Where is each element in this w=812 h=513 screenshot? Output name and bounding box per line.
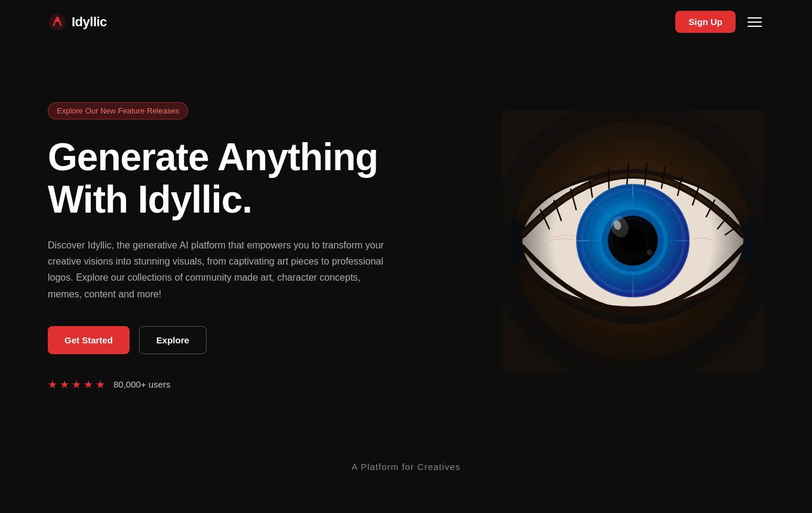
hero-content: Explore Our New Feature Releases Generat… <box>48 90 442 391</box>
menu-line-2 <box>748 21 762 23</box>
hero-buttons: Get Started Explore <box>48 326 442 354</box>
navbar: Idyllic Sign Up <box>0 0 812 44</box>
star-rating: ★ ★ ★ ★ ★ <box>48 378 105 391</box>
hero-description: Discover Idyllic, the generative AI plat… <box>48 237 394 302</box>
logo[interactable]: Idyllic <box>48 13 107 32</box>
menu-button[interactable] <box>745 15 764 29</box>
star-3: ★ <box>72 378 81 391</box>
menu-line-3 <box>748 26 762 27</box>
bottom-tagline: A Platform for Creatives <box>0 450 812 484</box>
star-5: ★ <box>96 378 105 391</box>
hero-title-line2: With Idyllic. <box>48 178 252 221</box>
eye-illustration <box>502 109 764 372</box>
signup-button[interactable]: Sign Up <box>675 11 736 33</box>
feature-badge[interactable]: Explore Our New Feature Releases <box>48 102 188 119</box>
star-2: ★ <box>60 378 69 391</box>
idyllic-logo-icon <box>48 13 67 32</box>
svg-point-1 <box>56 19 59 22</box>
tagline-text: A Platform for Creatives <box>352 462 460 472</box>
menu-line-1 <box>748 17 762 19</box>
hero-title-line1: Generate Anything <box>48 136 378 179</box>
svg-rect-44 <box>502 109 764 372</box>
user-count: 80,000+ users <box>113 379 171 389</box>
explore-button[interactable]: Explore <box>139 326 207 354</box>
star-1: ★ <box>48 378 57 391</box>
hero-image <box>502 109 764 372</box>
get-started-button[interactable]: Get Started <box>48 326 130 354</box>
nav-actions: Sign Up <box>675 11 764 33</box>
social-proof: ★ ★ ★ ★ ★ 80,000+ users <box>48 378 442 391</box>
logo-text: Idyllic <box>72 14 107 30</box>
hero-section: Explore Our New Feature Releases Generat… <box>0 44 812 450</box>
star-4: ★ <box>84 378 93 391</box>
hero-title: Generate Anything With Idyllic. <box>48 136 442 220</box>
